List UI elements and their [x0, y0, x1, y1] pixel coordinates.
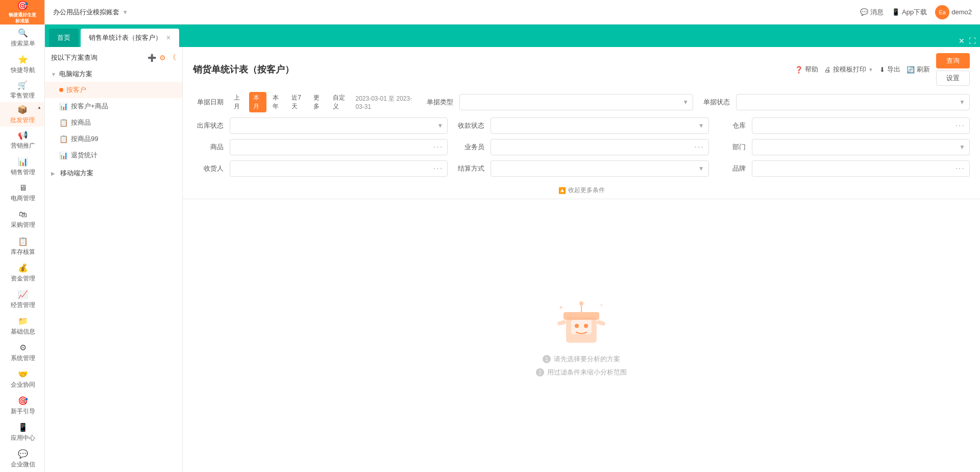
logo-text: 畅捷通好生意 [9, 12, 36, 18]
chart-icon: 📊 [59, 102, 68, 110]
sidebar-item-app-center[interactable]: 📱 应用中心 [0, 419, 44, 445]
scheme-item-by-customer[interactable]: 按客户 [45, 82, 182, 98]
collapse-bar[interactable]: 🔼 收起更多条件 [193, 182, 970, 199]
scheme-item-return-stats[interactable]: 📊 退货统计 [45, 147, 182, 163]
scheme-item-by-goods[interactable]: 📋 按商品 [45, 114, 182, 131]
payment-method-control[interactable]: ▼ [491, 160, 708, 177]
topbar-arrow[interactable]: ▾ [124, 8, 127, 16]
sidebar-item-finance[interactable]: 💰 资金管理 [0, 259, 44, 286]
date-tab-this-month[interactable]: 本月 [249, 92, 266, 112]
warehouse-control[interactable]: ··· [752, 117, 970, 134]
refresh-btn[interactable]: 🔄 刷新 [906, 65, 930, 74]
sidebar-item-search-menu[interactable]: 🔍 搜索菜单 [0, 25, 44, 51]
doc-type-control[interactable]: ▼ [459, 94, 693, 110]
chevron-up-icon: 🔼 [558, 187, 566, 194]
empty-hint-1-text: 请先选择要分析的方案 [554, 355, 620, 364]
mobile-scheme-group[interactable]: ▶ 移动端方案 [45, 166, 182, 181]
sidebar-item-quick-nav[interactable]: ⭐ 快捷导航 [0, 51, 44, 78]
print-label: 按模板打印 [833, 65, 866, 74]
sidebar-item-basic[interactable]: 📁 基础信息 [0, 313, 44, 339]
goods-control[interactable]: ··· [230, 139, 448, 155]
receipt-status-control[interactable]: ▼ [491, 117, 708, 134]
app-download-btn[interactable]: 📱 App下载 [892, 8, 927, 17]
date-label: 单据日期 [193, 98, 224, 107]
payment-method-label: 结算方式 [454, 164, 484, 173]
sidebar-item-inventory[interactable]: 📋 库存核算 [0, 233, 44, 259]
sidebar-item-purchase[interactable]: 🛍 采购管理 [0, 206, 44, 233]
tab-expand-icon[interactable]: ⛶ [969, 37, 976, 45]
sidebar-item-operations[interactable]: 📈 经营管理 [0, 286, 44, 313]
receiver-control[interactable]: ··· [230, 160, 448, 177]
sidebar-item-ecommerce[interactable]: 🖥 电商管理 [0, 180, 44, 206]
sidebar-item-enterprise-wechat[interactable]: 💬 企业微信 [0, 445, 44, 472]
scheme-item-by-goods-label: 按商品 [71, 118, 91, 127]
collapse-panel-icon[interactable]: 《 [169, 53, 176, 62]
brand-label: 品牌 [715, 164, 746, 173]
out-status-control[interactable]: ▼ [230, 117, 448, 134]
help-label: 帮助 [805, 65, 818, 74]
tab-home[interactable]: 首页 [49, 29, 79, 47]
date-tab-last-7days[interactable]: 近7天 [287, 92, 307, 112]
print-arrow-icon: ▼ [868, 67, 873, 73]
username: demo2 [951, 8, 972, 16]
settings-btn[interactable]: 设置 [936, 70, 970, 86]
export-btn[interactable]: ⬇ 导出 [879, 65, 900, 74]
sidebar-item-enterprise[interactable]: 🤝 企业协同 [0, 366, 44, 392]
doc-status-control[interactable]: ▼ [736, 94, 970, 110]
content-area: 按以下方案查询 ➕ ⚙ 《 ▼ 电脑端方案 按客户 📊 按客户+商品 [45, 47, 980, 472]
tab-close-all-icon[interactable]: ✕ [959, 37, 965, 45]
collapse-label: 收起更多条件 [568, 186, 605, 195]
doc-status-label: 单据状态 [699, 98, 730, 107]
add-scheme-icon[interactable]: ➕ [148, 54, 156, 62]
query-btn-group: 查询 设置 [936, 53, 970, 86]
dept-control[interactable]: ▼ [752, 139, 970, 155]
date-range: 2023-03-01 至 2023-03-31 [355, 95, 416, 110]
date-tab-this-year[interactable]: 本年 [268, 92, 286, 112]
brand-control[interactable]: ··· [752, 160, 970, 177]
right-panel: 销货单统计表（按客户） ❓ 帮助 🖨 按模板打印 ▼ ⬇ [183, 47, 980, 472]
sidebar-label-enterprise: 企业协同 [11, 381, 35, 389]
scheme-item-by-goods-99[interactable]: 📋 按商品99 [45, 131, 182, 147]
search-icon: 🔍 [18, 28, 28, 38]
marketing-icon: 📢 [18, 130, 28, 140]
svg-text:✦: ✦ [599, 302, 603, 308]
user-menu[interactable]: Ea demo2 [935, 5, 972, 19]
page-actions: ❓ 帮助 🖨 按模板打印 ▼ ⬇ 导出 🔄 [795, 53, 970, 86]
date-filter: 上月 本月 本年 近7天 更多 自定义 2023-03-01 至 2023-03… [230, 92, 416, 112]
date-tab-more[interactable]: 更多 [309, 92, 327, 112]
desktop-scheme-title[interactable]: ▼ 电脑端方案 [45, 66, 182, 82]
scheme-item-by-customer-goods[interactable]: 📊 按客户+商品 [45, 98, 182, 114]
sidebar-label-ecommerce: 电商管理 [11, 194, 35, 203]
purchase-icon: 🛍 [19, 210, 27, 219]
list-icon: 📋 [59, 119, 68, 127]
bar-chart-icon: 📊 [59, 151, 68, 159]
query-btn[interactable]: 查询 [936, 53, 970, 68]
salesperson-control[interactable]: ··· [491, 139, 708, 155]
out-status-arrow-icon: ▼ [437, 122, 443, 129]
sidebar-label-search: 搜索菜单 [11, 39, 35, 48]
sidebar-item-new-user[interactable]: 🎯 新手引导 [0, 392, 44, 419]
sidebar-label-wholesale: 批发管理 [10, 116, 35, 125]
scheme-item-return-stats-label: 退货统计 [71, 151, 97, 160]
export-label: 导出 [887, 65, 900, 74]
panel-header-text: 按以下方案查询 [51, 53, 144, 62]
date-tab-last-month[interactable]: 上月 [230, 92, 247, 112]
help-btn[interactable]: ❓ 帮助 [795, 65, 818, 74]
date-tab-custom[interactable]: 自定义 [329, 92, 351, 112]
scheme-item-by-customer-goods-label: 按客户+商品 [71, 102, 108, 111]
tab-statistics[interactable]: 销售单统计表（按客户） ✕ [81, 29, 179, 47]
topbar-title: 办公用品行业模拟账套 [53, 8, 119, 17]
sidebar-item-marketing[interactable]: 📢 营销推广 [0, 127, 44, 153]
message-btn[interactable]: 💬 消息 [860, 8, 884, 17]
tab-close-icon[interactable]: ✕ [166, 34, 171, 41]
sidebar-item-system[interactable]: ⚙ 系统管理 [0, 339, 44, 366]
print-btn[interactable]: 🖨 按模板打印 ▼ [824, 65, 873, 74]
svg-rect-1 [564, 312, 599, 320]
sidebar-item-retail[interactable]: 🛒 零售管理 [0, 78, 44, 102]
sidebar-item-sales[interactable]: 📊 销售管理 [0, 153, 44, 180]
dept-arrow-icon: ▼ [959, 144, 965, 151]
chevron-right-icon: ▶ [51, 171, 55, 176]
settings-scheme-icon[interactable]: ⚙ [159, 54, 166, 62]
sidebar-label-system: 系统管理 [11, 354, 35, 363]
sidebar-item-wholesale[interactable]: 📦 批发管理 [0, 102, 44, 127]
